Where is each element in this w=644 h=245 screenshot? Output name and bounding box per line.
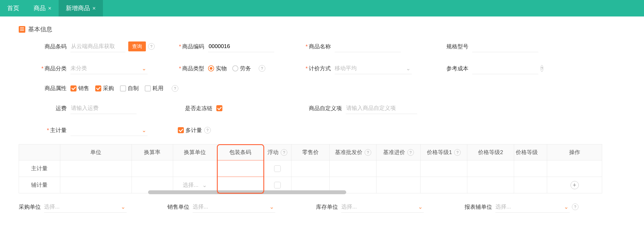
- help-icon[interactable]: ?: [204, 127, 211, 133]
- label-shipping: 运费: [35, 105, 70, 112]
- form-row-1: 商品条码 查询 ? 商品编码 商品名称 规格型号: [35, 41, 633, 52]
- field-code: 商品编码: [172, 41, 299, 52]
- label-category: 商品分类: [35, 65, 70, 72]
- tab-home[interactable]: 首页: [0, 0, 26, 16]
- td-cell[interactable]: [514, 177, 547, 193]
- main-unit-select[interactable]: ⌄: [70, 124, 148, 136]
- td-cell[interactable]: [514, 160, 547, 177]
- pricing-select[interactable]: 移动平均 ⌄: [335, 63, 412, 74]
- td-cell[interactable]: [421, 160, 467, 177]
- td-cell[interactable]: [132, 160, 173, 177]
- col-unit: 单位: [60, 144, 132, 193]
- help-icon[interactable]: ?: [281, 149, 287, 156]
- th-float-label: 浮动: [268, 149, 279, 156]
- code-input[interactable]: [208, 41, 274, 52]
- chevron-down-icon: ⌄: [269, 204, 274, 210]
- label-code: 商品编码: [172, 43, 208, 50]
- field-category: 商品分类 未分类 ⌄: [35, 63, 172, 74]
- th-bp-label: 基准进价: [383, 149, 405, 156]
- form-row-5: 主计量 ⌄ 多计量 ?: [35, 124, 633, 136]
- chevron-down-icon: ⌄: [202, 182, 207, 188]
- report-aux-unit-select[interactable]: 选择... ⌄: [495, 201, 570, 213]
- custom-input[interactable]: [346, 102, 417, 114]
- th-base-purchase: 基准进价 ?: [376, 144, 420, 160]
- th-lvl2: 价格等级2: [467, 144, 514, 160]
- sale-unit-select[interactable]: 选择... ⌄: [193, 201, 275, 213]
- chevron-down-icon: ⌄: [406, 65, 411, 72]
- shipping-input[interactable]: [70, 102, 137, 114]
- label-multi-unit: 多计量: [185, 127, 202, 134]
- stock-unit-select[interactable]: 选择... ⌄: [341, 201, 424, 213]
- td-cell[interactable]: [217, 177, 264, 193]
- rate-unit-select[interactable]: 选择... ⌄: [175, 179, 215, 191]
- cb-purchase[interactable]: 采购: [95, 85, 114, 92]
- cb-purchase-label: 采购: [103, 85, 114, 92]
- td-cell[interactable]: [60, 177, 132, 193]
- help-icon[interactable]: ?: [365, 149, 371, 156]
- cold-chain-checkbox[interactable]: [216, 105, 222, 111]
- field-attrs: 商品属性 销售 采购 自制 耗用 ?: [35, 85, 299, 92]
- td-cell[interactable]: [467, 177, 514, 193]
- col-lvl2: 价格等级2: [467, 144, 514, 193]
- barcode-input[interactable]: [70, 41, 125, 52]
- purchase-unit-select[interactable]: 选择... ⌄: [44, 201, 127, 213]
- multi-unit-checkbox[interactable]: [178, 127, 184, 133]
- col-base-wholesale: 基准批发价 ?: [330, 144, 376, 193]
- field-cold-chain: 是否走冻链: [172, 105, 299, 112]
- category-select[interactable]: 未分类 ⌄: [70, 63, 148, 74]
- radio-service-label: 劳务: [240, 65, 251, 72]
- name-input[interactable]: [335, 41, 401, 52]
- cb-sale[interactable]: 销售: [70, 85, 89, 92]
- help-icon[interactable]: ?: [572, 204, 578, 210]
- td-cell[interactable]: [376, 160, 420, 177]
- label-cold-chain: 是否走冻链: [172, 105, 216, 112]
- th-lvl1: 价格等级1 ?: [421, 144, 467, 160]
- td-cell[interactable]: [217, 160, 264, 177]
- label-type: 商品类型: [172, 65, 208, 72]
- td-cell[interactable]: [291, 160, 330, 177]
- add-row-button[interactable]: +: [571, 181, 579, 189]
- tab-add-product[interactable]: 新增商品 ✕: [59, 0, 103, 16]
- unit-table: 主计量 辅计量 单位 换算率 换算单位 选择... ⌄: [19, 144, 633, 193]
- spec-input[interactable]: [472, 41, 538, 52]
- query-button[interactable]: 查询: [128, 41, 146, 51]
- td-cell[interactable]: [421, 177, 467, 193]
- help-icon[interactable]: ?: [541, 65, 543, 72]
- cb-selfmade-label: 自制: [128, 85, 139, 92]
- tab-products[interactable]: 商品 ✕: [26, 0, 59, 16]
- help-icon[interactable]: ?: [454, 149, 461, 156]
- th-empty: [19, 144, 60, 160]
- field-sale-unit: 销售单位 选择... ⌄: [167, 201, 316, 213]
- label-spec: 规格型号: [436, 43, 472, 50]
- td-cell[interactable]: [330, 160, 376, 177]
- radio-physical[interactable]: 实物: [208, 65, 227, 72]
- field-multi-unit: 多计量 ?: [172, 127, 299, 134]
- col-float: 浮动 ?: [264, 144, 291, 193]
- td-float-main[interactable]: [264, 160, 291, 177]
- section-title: 基本信息: [28, 25, 52, 34]
- checkbox-icon: [70, 85, 77, 91]
- ref-cost-input[interactable]: [472, 63, 538, 74]
- td-cell[interactable]: [173, 160, 217, 177]
- tab-add-product-label: 新增商品: [66, 4, 90, 12]
- label-stock-unit: 库存单位: [316, 203, 341, 211]
- radio-service[interactable]: 劳务: [232, 65, 251, 72]
- pricing-value: 移动平均: [335, 65, 357, 72]
- td-cell[interactable]: [376, 177, 420, 193]
- select-placeholder: 选择...: [44, 203, 60, 210]
- cb-selfmade[interactable]: 自制: [120, 85, 139, 92]
- help-icon[interactable]: ?: [172, 85, 178, 92]
- td-cell[interactable]: [60, 160, 132, 177]
- help-icon[interactable]: ?: [407, 149, 414, 156]
- col-lvl-more: 价格等级: [514, 144, 547, 193]
- chevron-down-icon: ⌄: [121, 204, 125, 210]
- th-rate-unit: 换算单位: [173, 144, 217, 160]
- cb-consume[interactable]: 耗用: [145, 85, 163, 92]
- select-placeholder: 选择...: [193, 203, 208, 210]
- close-icon[interactable]: ✕: [48, 6, 51, 11]
- help-icon[interactable]: ?: [148, 43, 155, 50]
- label-ref-cost: 参考成本: [436, 65, 472, 72]
- td-cell[interactable]: [467, 160, 514, 177]
- close-icon[interactable]: ✕: [92, 6, 96, 11]
- help-icon[interactable]: ?: [259, 65, 265, 72]
